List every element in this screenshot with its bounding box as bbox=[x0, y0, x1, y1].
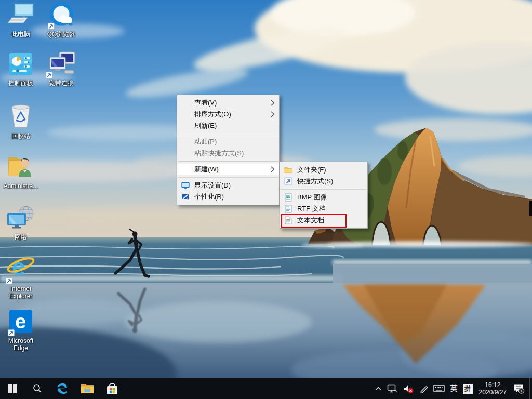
menu-item-display-settings[interactable]: 显示设置(D) bbox=[177, 180, 279, 191]
menu-item-label: BMP 图像 bbox=[297, 193, 327, 202]
search-icon bbox=[33, 384, 42, 393]
user-folder-icon bbox=[7, 153, 34, 181]
submenu-item-folder[interactable]: 文件夹(F) bbox=[280, 164, 367, 176]
menu-item-label: 粘贴(P) bbox=[194, 137, 217, 147]
new-submenu: 文件夹(F) 快捷方式(S) BMP 图像 RTF 文档 文本文档 bbox=[280, 162, 368, 229]
file-explorer-icon bbox=[81, 383, 94, 394]
bmp-image-icon bbox=[284, 193, 292, 202]
this-pc-icon bbox=[7, 2, 35, 29]
tray-touch-keyboard-icon[interactable] bbox=[431, 378, 447, 399]
tray-network-icon[interactable] bbox=[384, 378, 400, 399]
submenu-item-text-document[interactable]: 文本文档 bbox=[280, 215, 367, 226]
microsoft-edge-icon: e bbox=[9, 310, 33, 336]
menu-item-label: 快捷方式(S) bbox=[297, 177, 333, 186]
taskbar: 英 拼 16:12 2020/9/27 1 bbox=[0, 378, 532, 399]
submenu-item-rtf-document[interactable]: RTF 文档 bbox=[280, 203, 367, 215]
desktop-icon-this-pc[interactable]: 此电脑 bbox=[1, 3, 41, 38]
taskbar-edge-button[interactable] bbox=[50, 378, 75, 399]
desktop-context-menu: 查看(V) 排序方式(O) 刷新(E) 粘贴(P) 粘贴快捷方式(S) 新建(W… bbox=[177, 95, 280, 205]
shortcut-arrow-icon bbox=[6, 277, 12, 284]
clock-time: 16:12 bbox=[479, 381, 507, 389]
desktop-icon-broadband[interactable]: 宽带连接 bbox=[42, 52, 81, 87]
menu-item-label: 排序方式(O) bbox=[194, 110, 231, 119]
system-tray: 英 拼 16:12 2020/9/27 1 bbox=[372, 378, 532, 399]
menu-item-label: 文本文档 bbox=[297, 216, 324, 225]
taskbar-store-button[interactable] bbox=[100, 378, 125, 399]
desktop-icon-label: 此电脑 bbox=[11, 31, 30, 38]
internet-explorer-icon: e bbox=[7, 254, 35, 284]
desktop-icon-control-panel[interactable]: 控制面板 bbox=[1, 52, 41, 87]
menu-item-sort-by[interactable]: 排序方式(O) bbox=[177, 109, 279, 120]
search-button[interactable] bbox=[25, 378, 50, 399]
broadband-connection-icon bbox=[47, 51, 76, 78]
menu-item-personalize[interactable]: 个性化(R) bbox=[177, 191, 279, 203]
shortcut-arrow-icon bbox=[48, 23, 55, 30]
desktop-icon-microsoft-edge[interactable]: e Microsoft Edge bbox=[1, 310, 41, 352]
menu-item-label: 显示设置(D) bbox=[194, 181, 231, 190]
menu-item-label: 文件夹(F) bbox=[297, 165, 326, 175]
taskbar-file-explorer-button[interactable] bbox=[75, 378, 100, 399]
tray-chevron-up-icon[interactable] bbox=[372, 378, 384, 399]
language-indicator[interactable]: 英 bbox=[447, 384, 461, 393]
menu-separator bbox=[178, 161, 278, 162]
submenu-chevron-icon bbox=[271, 111, 275, 119]
menu-item-label: RTF 文档 bbox=[297, 204, 326, 214]
menu-item-label: 粘贴快捷方式(S) bbox=[194, 149, 244, 158]
edge-icon bbox=[56, 382, 69, 395]
recycle-bin-icon bbox=[10, 103, 32, 131]
folder-icon bbox=[284, 166, 292, 174]
tray-volume-muted-icon[interactable] bbox=[400, 378, 417, 399]
menu-item-paste[interactable]: 粘贴(P) bbox=[177, 136, 279, 148]
store-icon bbox=[106, 382, 118, 395]
desktop-icon-qq-browser[interactable]: QQ浏览器 bbox=[42, 3, 81, 38]
notification-badge: 1 bbox=[520, 389, 522, 393]
desktop-icon-label: QQ浏览器 bbox=[47, 31, 76, 38]
text-document-icon bbox=[284, 216, 292, 224]
clock-date: 2020/9/27 bbox=[479, 389, 507, 396]
menu-item-paste-shortcut[interactable]: 粘贴快捷方式(S) bbox=[177, 148, 279, 159]
desktop-icon-label: 网络 bbox=[15, 233, 27, 241]
action-center-button[interactable]: 1 bbox=[511, 378, 527, 399]
menu-item-label: 个性化(R) bbox=[194, 192, 224, 202]
desktop-icon-recycle-bin[interactable]: 回收站 bbox=[1, 105, 41, 140]
svg-text:e: e bbox=[15, 311, 26, 332]
submenu-item-bmp-image[interactable]: BMP 图像 bbox=[280, 192, 367, 203]
shortcut-arrow-icon bbox=[8, 329, 15, 336]
desktop-icon-internet-explorer[interactable]: e Internet Explorer bbox=[1, 258, 41, 300]
desktop-icon-label: 回收站 bbox=[11, 132, 30, 140]
qq-browser-icon bbox=[49, 2, 74, 29]
desktop-icon-label: Microsoft Edge bbox=[1, 337, 41, 352]
svg-text:e: e bbox=[12, 254, 25, 281]
desktop-icon-label: 宽带连接 bbox=[49, 79, 74, 87]
desktop-icon-label: Administra... bbox=[4, 182, 38, 190]
submenu-item-shortcut[interactable]: 快捷方式(S) bbox=[280, 176, 367, 187]
taskbar-clock[interactable]: 16:12 2020/9/27 bbox=[475, 381, 511, 396]
menu-separator bbox=[281, 189, 367, 190]
network-icon bbox=[6, 205, 35, 232]
menu-item-label: 刷新(E) bbox=[194, 121, 217, 130]
submenu-chevron-icon bbox=[271, 100, 275, 108]
rtf-document-icon bbox=[284, 205, 292, 213]
screen-edge-artifact bbox=[529, 201, 532, 216]
show-desktop-button[interactable] bbox=[529, 378, 532, 399]
desktop-icon-network[interactable]: 网络 bbox=[1, 206, 41, 241]
submenu-chevron-icon bbox=[271, 166, 275, 174]
desktop-icon-label: Internet Explorer bbox=[1, 285, 41, 300]
tray-pen-icon[interactable] bbox=[417, 378, 431, 399]
menu-item-refresh[interactable]: 刷新(E) bbox=[177, 120, 279, 131]
control-panel-icon bbox=[8, 52, 33, 78]
shortcut-icon bbox=[284, 177, 292, 185]
desktop-icon-label: 控制面板 bbox=[8, 79, 33, 87]
start-button[interactable] bbox=[0, 378, 25, 399]
ime-indicator[interactable]: 拼 bbox=[463, 384, 473, 394]
menu-item-new[interactable]: 新建(W) bbox=[177, 164, 279, 175]
display-settings-icon bbox=[181, 181, 190, 190]
menu-separator bbox=[178, 177, 278, 178]
desktop: 此电脑 QQ浏览器 bbox=[0, 0, 532, 399]
menu-item-view[interactable]: 查看(V) bbox=[177, 97, 279, 109]
desktop-icon-administrator[interactable]: Administra... bbox=[1, 155, 41, 190]
menu-separator bbox=[178, 134, 278, 134]
menu-item-label: 查看(V) bbox=[194, 98, 217, 108]
menu-item-label: 新建(W) bbox=[194, 165, 219, 174]
shortcut-arrow-icon bbox=[46, 72, 52, 78]
